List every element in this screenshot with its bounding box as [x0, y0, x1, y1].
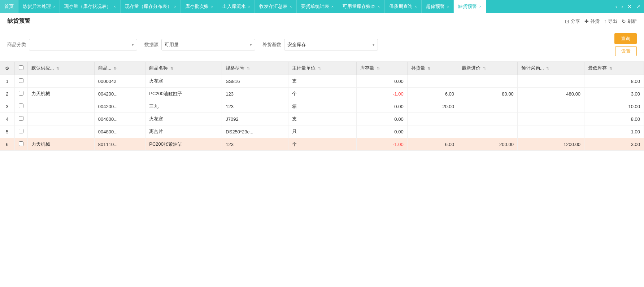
table-header-row: ⚙ 默认供应... ⇅ 商品... ⇅ 商品名称 ⇅ [0, 62, 644, 75]
col-stock[interactable]: 库存量 ⇅ [357, 62, 407, 75]
category-select[interactable]: ▾ [29, 39, 137, 50]
close-tab-inventory-dist[interactable]: × [174, 4, 176, 9]
row-index-cell: 4 [0, 113, 14, 125]
datasource-label: 数据源 [144, 41, 158, 48]
datasource-select[interactable]: 可用量 ▾ [161, 39, 255, 50]
close-tab-abnormal[interactable]: × [53, 4, 55, 9]
nav-expand-button[interactable]: ⤢ [634, 0, 643, 13]
tab-inventory-dist[interactable]: 现存量（库存分布表） × [121, 0, 181, 13]
row-replenish: 6.00 [407, 88, 458, 100]
sort-latest-price-icon: ⇅ [483, 66, 486, 70]
col-name[interactable]: 商品名称 ⇅ [145, 62, 222, 75]
close-tab-demand[interactable]: × [331, 4, 334, 9]
row-checkbox-cell[interactable] [14, 138, 27, 151]
col-replenish[interactable]: 补货量 ⇅ [407, 62, 458, 75]
row-est-purchase [517, 113, 584, 125]
col-spec[interactable]: 规格型号 ⇅ [222, 62, 288, 75]
row-checkbox[interactable] [19, 116, 23, 121]
table-body: 1 0000042 火花塞 SS816 支 0.00 8.00 2 力天机械 0… [0, 75, 644, 151]
tab-home[interactable]: 首页 [0, 0, 18, 13]
table-row: 4 004600... 火花塞 J7092 支 0.00 8.00 [0, 113, 644, 125]
row-stock: 0.00 [357, 125, 407, 138]
row-index-cell: 1 [0, 75, 14, 88]
tab-batch[interactable]: 库存批次账 × [181, 0, 218, 13]
row-code: 004800... [94, 125, 145, 138]
replenish-icon: ✚ [584, 18, 589, 24]
datasource-filter-group: 数据源 可用量 ▾ [144, 39, 255, 50]
tab-abnormal[interactable]: 炼货异常处理 × [18, 0, 60, 13]
refresh-button[interactable]: ↻ 刷新 [622, 18, 637, 25]
row-checkbox-cell[interactable] [14, 88, 27, 100]
row-latest-price: 80.00 [458, 88, 518, 100]
nav-prev-button[interactable]: ‹ [613, 0, 619, 13]
col-gear[interactable]: ⚙ [0, 62, 14, 75]
row-checkbox[interactable] [19, 129, 23, 133]
row-est-purchase [517, 100, 584, 113]
row-name: PC200张紧油缸 [145, 138, 222, 151]
tab-demand[interactable]: 要货单统计表 × [297, 0, 338, 13]
replenish-basis-select-value: 安全库存 [287, 41, 306, 48]
replenish-basis-select[interactable]: 安全库存 ▾ [284, 39, 378, 50]
row-latest-price [458, 125, 518, 138]
tab-expiry[interactable]: 保质期查询 × [385, 0, 422, 13]
close-tab-expiry[interactable]: × [415, 4, 417, 9]
share-button[interactable]: ⊡ 分享 [565, 18, 580, 25]
row-latest-price [458, 113, 518, 125]
close-tab-overstock[interactable]: × [447, 4, 449, 9]
row-stock: -1.00 [357, 138, 407, 151]
close-tab-inventory-status[interactable]: × [113, 4, 116, 9]
close-tab-shortage[interactable]: × [479, 4, 481, 9]
category-chevron-icon: ▾ [132, 43, 134, 47]
top-navigation: 首页 炼货异常处理 × 现存量（库存状况表） × 现存量（库存分布表） × 库存… [0, 0, 644, 13]
row-checkbox[interactable] [19, 91, 23, 96]
header-actions: ⊡ 分享 ✚ 补货 ↑ 导出 ↻ 刷新 [565, 18, 637, 25]
row-replenish [407, 125, 458, 138]
close-tab-inout[interactable]: × [248, 4, 250, 9]
row-name: 三九 [145, 100, 222, 113]
row-unit: 个 [288, 88, 356, 100]
col-supplier[interactable]: 默认供应... ⇅ [27, 62, 94, 75]
row-checkbox-cell[interactable] [14, 113, 27, 125]
row-checkbox-cell[interactable] [14, 75, 27, 88]
export-button[interactable]: ↑ 导出 [604, 18, 617, 25]
table-row: 6 力天机械 801110... PC200张紧油缸 123 个 -1.00 6… [0, 138, 644, 151]
close-tab-collect[interactable]: × [290, 4, 292, 9]
row-stock: -1.00 [357, 88, 407, 100]
row-checkbox[interactable] [19, 141, 23, 146]
col-unit[interactable]: 主计量单位 ⇅ [288, 62, 356, 75]
row-min-stock: 3.00 [584, 138, 644, 151]
row-checkbox-cell[interactable] [14, 125, 27, 138]
query-button[interactable]: 查询 [614, 33, 637, 44]
row-checkbox[interactable] [19, 78, 23, 83]
tab-shortage[interactable]: 缺货预警 × [454, 0, 486, 13]
tab-collect[interactable]: 收发存汇总表 × [255, 0, 296, 13]
row-name: 火花塞 [145, 113, 222, 125]
row-checkbox-cell[interactable] [14, 100, 27, 113]
tab-overstock[interactable]: 超储预警 × [422, 0, 454, 13]
sort-est-purchase-icon: ⇅ [546, 66, 549, 70]
nav-close-button[interactable]: ✕ [625, 0, 634, 13]
row-stock: 0.00 [357, 75, 407, 88]
close-tab-avail-ledger[interactable]: × [378, 4, 380, 9]
row-code: 004200... [94, 88, 145, 100]
tab-avail-ledger[interactable]: 可用量库存账本 × [338, 0, 384, 13]
col-min-stock[interactable]: 最低库存 ⇅ [584, 62, 644, 75]
nav-next-button[interactable]: › [619, 0, 625, 13]
sort-min-stock-icon: ⇅ [609, 66, 612, 70]
tab-inventory-status[interactable]: 现存量（库存状况表） × [60, 0, 120, 13]
row-min-stock: 8.00 [584, 75, 644, 88]
settings-button[interactable]: 设置 [615, 46, 637, 56]
sort-unit-icon: ⇅ [318, 66, 321, 70]
close-tab-batch[interactable]: × [211, 4, 213, 9]
row-name: 火花塞 [145, 75, 222, 88]
tab-inout[interactable]: 出入库流水 × [218, 0, 255, 13]
col-latest-price[interactable]: 最新进价 ⇅ [458, 62, 518, 75]
table-row: 5 004800... 离合片 DS250*23c... 只 0.00 1.00 [0, 125, 644, 138]
col-code[interactable]: 商品... ⇅ [94, 62, 145, 75]
row-checkbox[interactable] [19, 103, 23, 108]
row-index-cell: 2 [0, 88, 14, 100]
replenish-button[interactable]: ✚ 补货 [584, 18, 600, 25]
select-all-checkbox[interactable] [19, 65, 23, 70]
col-est-purchase[interactable]: 预计采购... ⇅ [517, 62, 584, 75]
export-icon: ↑ [604, 18, 606, 24]
